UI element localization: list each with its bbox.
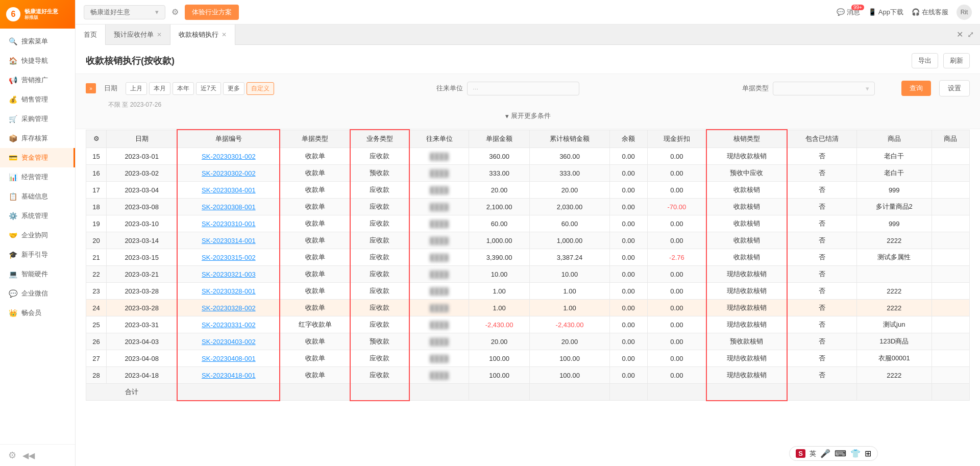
cell-cash-discount: 0.00	[647, 333, 706, 350]
nav-icon-search-menu: 🔍	[8, 37, 17, 45]
user-avatar[interactable]: Rit	[957, 5, 972, 20]
sidebar-item-marketing[interactable]: 📢营销推广	[0, 70, 75, 90]
cell-include-settled: 否	[787, 232, 856, 249]
sidebar-item-corp-collab[interactable]: 🤝企业协同	[0, 226, 75, 245]
sidebar-item-inventory[interactable]: 📦库存核算	[0, 129, 75, 148]
cell-cancel-type: 现结收款核销	[706, 266, 787, 283]
bill-type-select[interactable]: ▾	[773, 82, 875, 95]
col-settings[interactable]: ⚙	[86, 130, 107, 148]
bill-no-link[interactable]: SK-20230308-001	[202, 203, 256, 211]
cell-partner: ████	[409, 165, 469, 182]
message-btn[interactable]: 💬 消息 99+	[837, 8, 860, 17]
topbar-right: 💬 消息 99+ 📱 App下载 🎧 在线客服 Rit	[837, 5, 972, 20]
sougou-text: 英	[810, 449, 816, 458]
bill-no-link[interactable]: SK-20230310-001	[202, 220, 256, 228]
table-row: 22 2023-03-21 SK-20230321-003 收款单 应收款 ██…	[86, 266, 970, 283]
cell-product: 衣服00001	[856, 350, 932, 367]
page-header: 收款核销执行(按收款) 导出 刷新	[76, 45, 980, 74]
app-download-btn[interactable]: 📱 App下载	[868, 8, 903, 17]
online-service-btn[interactable]: 🎧 在线客服	[912, 8, 948, 17]
cell-date: 2023-03-28	[107, 283, 178, 300]
cell-include-settled: 否	[787, 215, 856, 232]
partner-blur: ████	[430, 220, 449, 228]
filter-expand-arrow[interactable]: »	[86, 83, 96, 93]
solution-button[interactable]: 体验行业方案	[185, 5, 239, 20]
cell-partner: ████	[409, 266, 469, 283]
cell-balance: 0.00	[609, 316, 647, 333]
footer-biz-type	[350, 384, 410, 401]
date-btn-7days[interactable]: 近7天	[196, 82, 221, 95]
cell-partner: ████	[409, 215, 469, 232]
cell-product: 多计量商品2	[856, 199, 932, 215]
sougou-shirt-icon[interactable]: 👕	[850, 449, 861, 458]
cell-biz-type: 应收款	[350, 350, 410, 367]
date-btn-last-month[interactable]: 上月	[126, 82, 147, 95]
sidebar-item-biz-mgmt[interactable]: 📊经营管理	[0, 167, 75, 187]
cell-product2	[932, 266, 969, 283]
sidebar-item-quick-nav[interactable]: 🏠快捷导航	[0, 51, 75, 70]
sidebar-item-capital-mgmt[interactable]: 💳资金管理	[0, 148, 75, 167]
date-btn-this-month[interactable]: 本月	[149, 82, 170, 95]
bill-no-link[interactable]: SK-20230301-002	[202, 153, 256, 160]
date-btn-custom[interactable]: 自定义	[247, 82, 274, 95]
cell-biz-type: 应收款	[350, 249, 410, 266]
sidebar-item-basic-info[interactable]: 📋基础信息	[0, 187, 75, 206]
bill-no-link[interactable]: SK-20230408-001	[202, 355, 256, 362]
sougou-keyboard-icon[interactable]: ⌨	[835, 449, 846, 458]
bill-no-link[interactable]: SK-20230418-001	[202, 372, 256, 379]
cell-product2	[932, 182, 969, 199]
table-row: 20 2023-03-14 SK-20230314-001 收款单 应收款 ██…	[86, 232, 970, 249]
sidebar-item-smart-hw[interactable]: 💻智能硬件	[0, 264, 75, 284]
bill-no-link[interactable]: SK-20230403-002	[202, 338, 256, 346]
tab-receipt-close[interactable]: ✕	[222, 31, 227, 38]
tab-receipt-cancel[interactable]: 收款核销执行 ✕	[170, 24, 235, 45]
cell-balance: 0.00	[609, 215, 647, 232]
date-btn-this-year[interactable]: 本年	[173, 82, 194, 95]
online-service-label: 在线客服	[922, 8, 948, 17]
expand-more-btn[interactable]: ▾ 展开更多条件	[505, 111, 551, 120]
cell-cancel-type: 收款核销	[706, 182, 787, 199]
tab-expand-icon[interactable]: ⤢	[967, 30, 974, 39]
cell-include-settled: 否	[787, 333, 856, 350]
cell-product: 123D商品	[856, 333, 932, 350]
tab-close-all-icon[interactable]: ✕	[957, 30, 963, 39]
bill-no-link[interactable]: SK-20230314-001	[202, 237, 256, 244]
col-balance-header: 余额	[609, 130, 647, 148]
bill-no-link[interactable]: SK-20230304-001	[202, 186, 256, 194]
settings-bottom-icon[interactable]: ⚙	[8, 450, 16, 461]
sidebar-item-sys-mgmt[interactable]: ⚙️系统管理	[0, 206, 75, 226]
cell-partner: ████	[409, 148, 469, 165]
bill-no-link[interactable]: SK-20230321-003	[202, 271, 256, 278]
query-button[interactable]: 查询	[901, 81, 931, 96]
tab-prepay-bill[interactable]: 预计应收付单 ✕	[106, 24, 170, 45]
sougou-grid-icon[interactable]: ⊞	[865, 449, 871, 458]
sidebar-item-member[interactable]: 👑畅会员	[0, 303, 75, 323]
partner-input[interactable]: ···	[467, 82, 579, 95]
date-btn-more[interactable]: 更多	[223, 82, 244, 95]
settings-button[interactable]: 设置	[939, 80, 970, 96]
sidebar-item-corp-wechat[interactable]: 💬企业微信	[0, 284, 75, 303]
bill-no-link[interactable]: SK-20230328-002	[202, 304, 256, 312]
collapse-icon[interactable]: ◀◀	[22, 451, 35, 460]
bill-no-link[interactable]: SK-20230331-002	[202, 321, 256, 329]
tab-home[interactable]: 首页	[76, 24, 106, 45]
refresh-button[interactable]: 刷新	[943, 53, 970, 68]
topbar-gear-icon[interactable]: ⚙	[172, 7, 179, 17]
sidebar-item-purchase-mgmt[interactable]: 🛒采购管理	[0, 109, 75, 129]
bill-no-link[interactable]: SK-20230328-001	[202, 287, 256, 295]
cell-bill-type: 收款单	[280, 367, 350, 384]
sidebar-item-guide[interactable]: 🎓新手引导	[0, 245, 75, 264]
tab-prepay-close[interactable]: ✕	[157, 31, 162, 38]
cell-bill-amount: 333.00	[469, 165, 530, 182]
bill-no-link[interactable]: SK-20230302-002	[202, 169, 256, 177]
sougou-mic-icon[interactable]: 🎤	[820, 449, 830, 458]
topbar-brand-selector[interactable]: 畅康道好生意 ▾	[84, 5, 165, 19]
message-icon: 💬	[837, 8, 845, 16]
sidebar-item-search-menu[interactable]: 🔍搜索菜单	[0, 32, 75, 51]
cell-bill-no: SK-20230314-001	[177, 232, 280, 249]
cell-date: 2023-03-21	[107, 266, 178, 283]
export-button[interactable]: 导出	[912, 53, 938, 68]
sidebar-item-sales-mgmt[interactable]: 💰销售管理	[0, 90, 75, 109]
bill-no-link[interactable]: SK-20230315-002	[202, 254, 256, 261]
cell-include-settled: 否	[787, 249, 856, 266]
